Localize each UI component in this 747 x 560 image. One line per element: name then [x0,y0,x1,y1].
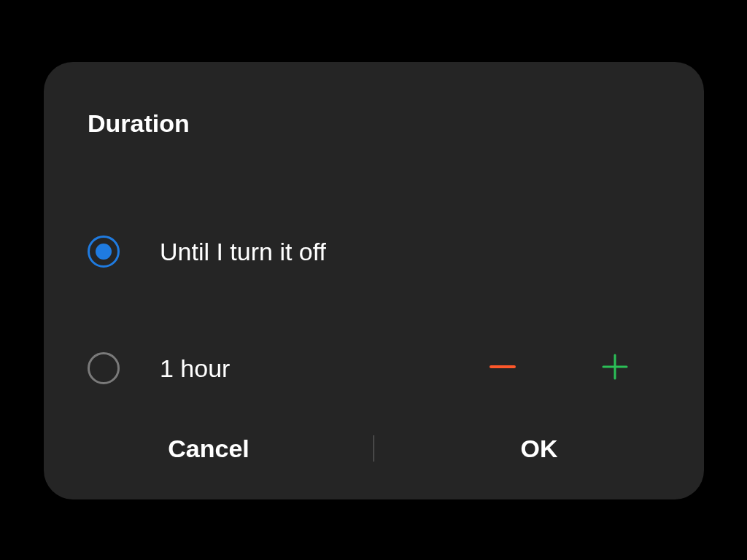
option-timed[interactable]: 1 hour [88,346,660,390]
increase-duration-button[interactable] [599,352,631,384]
duration-dialog: Duration Until I turn it off 1 hour [44,62,704,499]
plus-icon [599,351,631,386]
minus-icon [487,351,519,386]
radio-selected-icon [88,236,120,268]
option-timed-label: 1 hour [160,354,487,383]
radio-unselected-icon [88,352,120,384]
duration-stepper [487,352,631,384]
option-until-off[interactable]: Until I turn it off [88,230,660,273]
dialog-title: Duration [88,109,190,138]
decrease-duration-button[interactable] [487,352,519,384]
dialog-footer: Cancel OK [44,427,704,470]
ok-button[interactable]: OK [374,435,704,463]
cancel-button[interactable]: Cancel [44,435,374,463]
option-until-off-label: Until I turn it off [160,238,660,266]
